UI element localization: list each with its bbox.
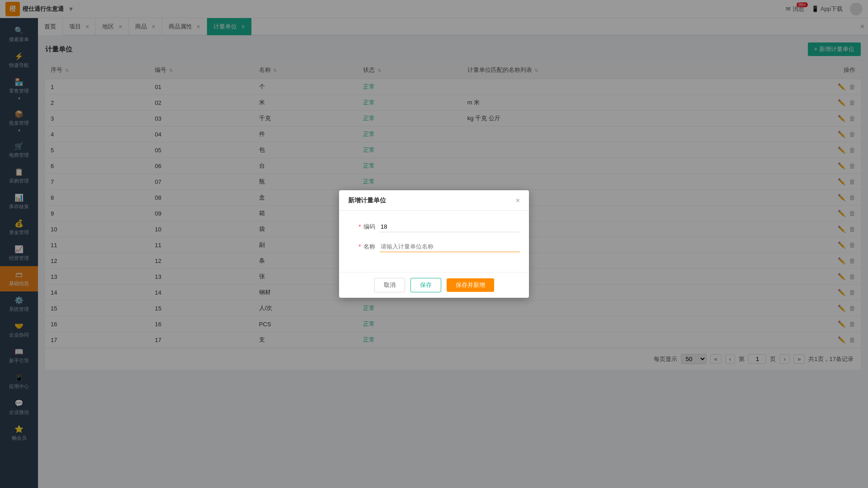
required-marker-name: * [359,243,361,250]
code-input[interactable] [380,221,520,232]
code-field-row: * 编码 [348,221,520,232]
modal-overlay[interactable]: 新增计量单位 × * 编码 * 名称 取消 保存 保存并新增 [0,0,868,488]
code-label: * 编码 [348,223,375,231]
modal-close-button[interactable]: × [516,197,520,205]
modal-body: * 编码 * 名称 [339,211,529,272]
required-marker-code: * [359,223,361,230]
cancel-button[interactable]: 取消 [374,278,405,292]
name-label: * 名称 [348,243,375,251]
save-and-new-button[interactable]: 保存并新增 [447,278,494,292]
name-label-text: 名称 [363,243,375,250]
add-unit-modal: 新增计量单位 × * 编码 * 名称 取消 保存 保存并新增 [339,190,529,298]
name-input[interactable] [380,241,520,252]
modal-header: 新增计量单位 × [339,190,529,211]
modal-title: 新增计量单位 [348,197,386,205]
save-button[interactable]: 保存 [410,278,441,292]
modal-footer: 取消 保存 保存并新增 [339,272,529,298]
code-label-text: 编码 [363,223,375,230]
name-field-row: * 名称 [348,241,520,252]
